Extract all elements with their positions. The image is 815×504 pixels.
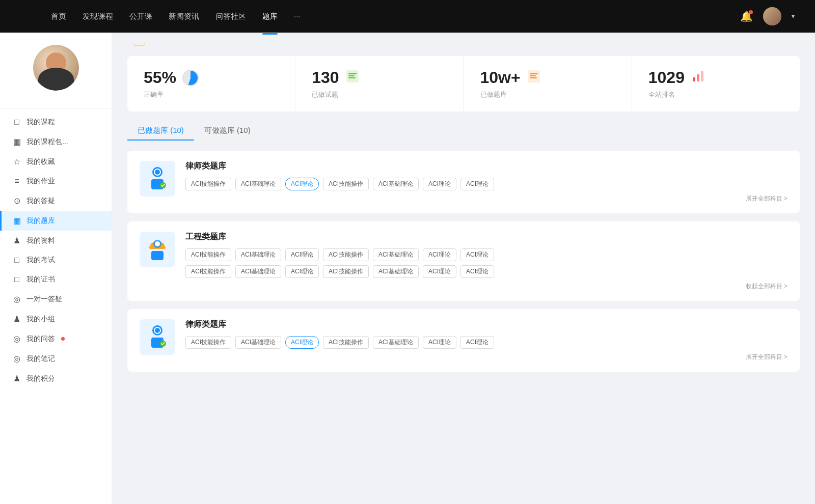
svg-rect-9 [697, 74, 699, 81]
qbank-header-0: 律师类题库ACI技能操作ACI基础理论ACI理论ACI技能操作ACI基础理论AC… [140, 161, 787, 203]
nav-item-···[interactable]: ··· [294, 10, 301, 23]
menu-label: 我的课程包... [26, 137, 68, 147]
stat-icon-2 [527, 69, 541, 87]
qbank-tag2-1-6[interactable]: ACI理论 [460, 265, 494, 278]
sidebar-avatar [33, 45, 79, 91]
nav-item-公开课[interactable]: 公开课 [129, 10, 152, 23]
menu-icon: ▦ [12, 216, 21, 226]
sidebar-item-一对一答疑[interactable]: ◎一对一答疑 [0, 289, 112, 309]
sidebar-item-我的作业[interactable]: ≡我的作业 [0, 172, 112, 191]
qbank-tags-row2-1: ACI技能操作ACI基础理论ACI理论ACI技能操作ACI基础理论ACI理论AC… [185, 265, 787, 278]
stat-item-1: 130已做试题 [295, 56, 464, 111]
qbank-tag-0-5[interactable]: ACI理论 [423, 178, 456, 190]
menu-label: 我的证书 [26, 275, 55, 284]
sidebar-item-我的答疑[interactable]: ⊙我的答疑 [0, 191, 112, 211]
qbank-expand-btn-0[interactable]: 展开全部科目 > [746, 194, 787, 203]
sidebar-item-我的笔记[interactable]: ◎我的笔记 [0, 349, 112, 369]
menu-label: 我的小组 [26, 315, 55, 324]
qbank-tag-2-4[interactable]: ACI基础理论 [373, 336, 419, 349]
qbank-tag-1-4[interactable]: ACI基础理论 [373, 248, 419, 261]
menu-icon: ≡ [12, 177, 21, 186]
qbank-tag2-1-5[interactable]: ACI理论 [423, 265, 456, 278]
sidebar-item-我的证书[interactable]: □我的证书 [0, 270, 112, 289]
nav-item-首页[interactable]: 首页 [51, 10, 66, 23]
svg-rect-1 [348, 73, 357, 74]
trial-badge [133, 43, 145, 46]
tab-0[interactable]: 已做题库 (10) [127, 122, 194, 141]
qbank-title-1: 工程类题库 [185, 232, 787, 242]
qbank-tag-0-0[interactable]: ACI技能操作 [185, 178, 231, 190]
avatar-dropdown-arrow[interactable]: ▾ [792, 13, 795, 20]
stat-icon-1 [345, 69, 360, 87]
nav-menu: 首页发现课程公开课新闻资讯问答社区题库··· [51, 10, 730, 23]
qbank-tag-2-6[interactable]: ACI理论 [460, 336, 494, 349]
qbank-title-2: 律师类题库 [185, 319, 787, 330]
qbank-tag-1-1[interactable]: ACI基础理论 [235, 248, 281, 261]
sidebar-item-我的小组[interactable]: ♟我的小组 [0, 309, 112, 329]
stat-item-0: 55%正确率 [127, 56, 295, 111]
qbank-tag-0-4[interactable]: ACI基础理论 [373, 178, 419, 190]
qbank-tag-0-2[interactable]: ACI理论 [285, 178, 319, 190]
menu-icon: ♟ [12, 236, 21, 245]
menu-label: 我的答疑 [26, 197, 55, 206]
stat-value-2: 10w+ [480, 68, 521, 87]
sidebar-item-我的题库[interactable]: ▦我的题库 [0, 211, 112, 231]
qbank-tag-0-3[interactable]: ACI技能操作 [323, 178, 369, 190]
sidebar-item-我的收藏[interactable]: ☆我的收藏 [0, 152, 112, 172]
qbank-tag-2-0[interactable]: ACI技能操作 [185, 336, 231, 349]
sidebar-item-我的资料[interactable]: ♟我的资料 [0, 231, 112, 250]
sidebar-item-我的问答[interactable]: ◎我的问答 [0, 329, 112, 349]
menu-icon: ▦ [12, 137, 21, 147]
stat-value-1: 130 [312, 68, 339, 87]
avatar-image [763, 7, 781, 25]
svg-rect-3 [348, 77, 356, 78]
nav-item-新闻资讯[interactable]: 新闻资讯 [169, 10, 199, 23]
stat-label-1: 已做试题 [312, 90, 447, 99]
menu-label: 我的作业 [26, 177, 55, 186]
qbank-tag2-1-1[interactable]: ACI基础理论 [235, 265, 281, 278]
qbank-icon-0 [140, 161, 175, 197]
qbank-tag-2-2[interactable]: ACI理论 [285, 336, 319, 349]
stat-label-2: 已做题库 [480, 90, 615, 99]
qbank-tag-2-3[interactable]: ACI技能操作 [323, 336, 369, 349]
stats-row: 55%正确率130已做试题10w+已做题库1029全站排名 [127, 56, 800, 111]
qbank-tag-0-6[interactable]: ACI理论 [460, 178, 494, 190]
menu-icon: □ [12, 275, 21, 284]
qbank-tag-1-5[interactable]: ACI理论 [423, 248, 456, 261]
qbank-tag-1-3[interactable]: ACI技能操作 [323, 248, 369, 261]
sidebar-item-我的积分[interactable]: ♟我的积分 [0, 369, 112, 388]
qbank-header-2: 律师类题库ACI技能操作ACI基础理论ACI理论ACI技能操作ACI基础理论AC… [140, 319, 787, 361]
sidebar-item-我的考试[interactable]: □我的考试 [0, 250, 112, 270]
qbank-tag-2-1[interactable]: ACI基础理论 [235, 336, 281, 349]
qbank-tag2-1-0[interactable]: ACI技能操作 [185, 265, 231, 278]
menu-label: 我的问答 [26, 334, 55, 344]
qbank-title-0: 律师类题库 [185, 161, 787, 172]
qbank-tag-1-0[interactable]: ACI技能操作 [185, 248, 231, 261]
qbank-expand-btn-2[interactable]: 展开全部科目 > [746, 353, 787, 361]
qbank-tag2-1-2[interactable]: ACI理论 [285, 265, 319, 278]
menu-icon: ♟ [12, 374, 21, 383]
avatar[interactable] [763, 7, 781, 25]
qbank-tag2-1-4[interactable]: ACI基础理论 [373, 265, 419, 278]
svg-rect-19 [151, 251, 164, 260]
qbank-content-0: 律师类题库ACI技能操作ACI基础理论ACI理论ACI技能操作ACI基础理论AC… [185, 161, 787, 203]
sidebar-item-我的课程[interactable]: □我的课程 [0, 113, 112, 132]
nav-item-发现课程[interactable]: 发现课程 [83, 10, 113, 23]
qbank-tag-1-2[interactable]: ACI理论 [285, 248, 319, 261]
avatar-image [33, 45, 79, 91]
stat-item-3: 1029全站排名 [632, 56, 800, 111]
menu-label: 我的积分 [26, 374, 55, 383]
sidebar-item-我的课程包...[interactable]: ▦我的课程包... [0, 132, 112, 152]
stat-value-3: 1029 [648, 68, 685, 87]
qbank-tag-0-1[interactable]: ACI基础理论 [235, 178, 281, 190]
qbank-tag-2-5[interactable]: ACI理论 [423, 336, 456, 349]
nav-item-题库[interactable]: 题库 [262, 10, 278, 23]
qbank-expand-btn-1[interactable]: 收起全部科目 > [746, 282, 787, 291]
qbank-tag-1-6[interactable]: ACI理论 [460, 248, 494, 261]
notification-bell[interactable]: 🔔 [740, 10, 753, 22]
qbank-list: 律师类题库ACI技能操作ACI基础理论ACI理论ACI技能操作ACI基础理论AC… [127, 151, 800, 372]
navbar: 首页发现课程公开课新闻资讯问答社区题库··· 🔔 ▾ [0, 0, 815, 33]
tab-1[interactable]: 可做题库 (10) [194, 122, 261, 141]
qbank-tag2-1-3[interactable]: ACI技能操作 [323, 265, 369, 278]
nav-item-问答社区[interactable]: 问答社区 [215, 10, 246, 23]
